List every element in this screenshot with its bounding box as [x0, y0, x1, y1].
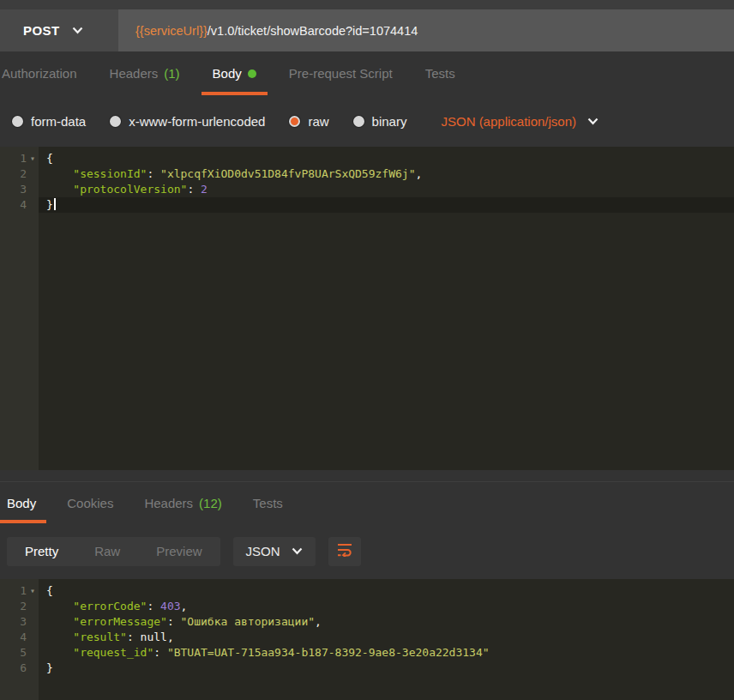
code-line[interactable]: "errorMessage": "Ошибка авторизации",	[39, 614, 734, 630]
token-punct: }	[46, 661, 53, 674]
tab-label: Pre-request Script	[289, 66, 393, 81]
response-view-toolbar: Pretty Raw Preview JSON	[0, 523, 734, 579]
format-label: JSON	[246, 544, 280, 558]
chevron-down-icon	[292, 547, 303, 555]
line-number: 4	[0, 630, 39, 645]
content-type-dropdown[interactable]: JSON (application/json)	[441, 114, 599, 129]
fold-caret-icon[interactable]: ▾	[27, 583, 39, 599]
request-url-input[interactable]: {{serviceUrl}}/v1.0/ticket/showBarcode?i…	[118, 9, 734, 51]
code-line[interactable]: {	[39, 151, 734, 166]
token-punct	[46, 167, 73, 180]
token-str: "BTUAT=UAT-715aa934-b187-8392-9ae8-3e20a…	[167, 646, 490, 659]
code-line[interactable]: {	[39, 583, 734, 599]
tab-count-badge: (12)	[199, 496, 222, 510]
code-line[interactable]: }	[39, 197, 734, 213]
radio-unselected-icon[interactable]	[12, 116, 23, 127]
tab-pre-request-script[interactable]: Pre-request Script	[273, 51, 409, 95]
request-body-editor[interactable]: 1▾234 { "sessionId": "xlpcqfXiOD0dv51D84…	[0, 147, 734, 470]
response-format-dropdown[interactable]: JSON	[233, 537, 316, 566]
url-path: /v1.0/ticket/showBarcode?id=1074414	[208, 24, 418, 38]
response-editor-code[interactable]: { "errorCode": 403, "errorMessage": "Оши…	[39, 579, 734, 700]
response-body-editor[interactable]: 1▾23456 { "errorCode": 403, "errorMessag…	[0, 579, 734, 700]
token-punct: ,	[181, 600, 188, 612]
code-line[interactable]: "errorCode": 403,	[39, 599, 734, 614]
request-url-bar: POST {{serviceUrl}}/v1.0/ticket/showBarc…	[0, 9, 734, 51]
tab-label: Tests	[253, 496, 283, 510]
token-punct: }	[46, 198, 53, 211]
tab-label: Headers	[144, 496, 193, 510]
code-line[interactable]: "protocolVersion": 2	[39, 182, 734, 197]
line-number: 2	[0, 166, 39, 182]
code-line[interactable]: "sessionId": "xlpcqfXiOD0dv51D84fvP8UArS…	[39, 166, 734, 182]
token-punct	[46, 615, 73, 628]
tab-label: Body	[213, 66, 242, 81]
token-punct: ,	[167, 631, 174, 643]
response-tab-headers[interactable]: Headers (12)	[129, 482, 237, 523]
token-key: "protocolVersion"	[73, 183, 187, 196]
text-cursor	[54, 198, 56, 210]
token-punct: :	[153, 646, 167, 659]
radio-unselected-icon[interactable]	[110, 116, 121, 127]
body-type-urlencoded[interactable]: x-www-form-urlencoded	[110, 114, 265, 129]
line-number-text: 2	[20, 166, 27, 182]
token-str: "xlpcqfXiOD0dv51D84fvP8UArSxQD59zfW6j"	[160, 167, 415, 180]
line-number: 6	[0, 661, 39, 676]
fold-caret-icon[interactable]: ▾	[27, 151, 39, 166]
code-line[interactable]: }	[39, 661, 734, 676]
tab-headers[interactable]: Headers (1)	[93, 51, 196, 95]
tab-tests[interactable]: Tests	[409, 51, 472, 95]
body-filled-dot-icon	[248, 69, 256, 78]
token-key: "result"	[73, 631, 127, 643]
line-number: 5	[0, 645, 39, 661]
token-str: "Ошибка авторизации"	[181, 615, 316, 628]
tab-body[interactable]: Body	[196, 51, 273, 95]
token-key: "errorCode"	[73, 600, 147, 612]
token-punct: :	[127, 631, 141, 643]
request-editor-gutter: 1▾234	[0, 147, 39, 470]
chevron-down-icon	[587, 118, 599, 125]
response-tab-cookies[interactable]: Cookies	[51, 482, 129, 523]
tab-label: Body	[7, 496, 36, 510]
http-method-dropdown[interactable]: POST	[0, 9, 118, 51]
token-punct	[46, 183, 73, 196]
line-number: 4	[0, 197, 39, 213]
body-type-binary[interactable]: binary	[353, 114, 407, 129]
radio-label: binary	[372, 114, 407, 129]
view-preview-button[interactable]: Preview	[138, 537, 220, 566]
line-number-text: 1	[20, 583, 27, 599]
url-variable: {{serviceUrl}}	[135, 24, 208, 38]
response-tab-tests[interactable]: Tests	[238, 482, 298, 523]
radio-unselected-icon[interactable]	[353, 116, 364, 127]
code-line[interactable]: "request_id": "BTUAT=UAT-715aa934-b187-8…	[39, 645, 734, 661]
wrap-text-button[interactable]	[328, 537, 361, 566]
view-raw-button[interactable]: Raw	[76, 537, 138, 566]
radio-label: raw	[308, 114, 328, 129]
tab-label: Tests	[425, 66, 455, 81]
line-number: 3	[0, 614, 39, 630]
tab-authorization[interactable]: Authorization	[0, 51, 93, 95]
token-num: 403	[160, 600, 180, 612]
token-num: 2	[201, 183, 208, 196]
line-number-text: 3	[20, 182, 27, 197]
body-type-raw[interactable]: raw	[289, 114, 328, 129]
code-line[interactable]: "result": null,	[39, 630, 734, 645]
token-key: "request_id"	[73, 646, 153, 659]
view-pretty-button[interactable]: Pretty	[7, 537, 76, 566]
tab-count-badge: (1)	[164, 66, 179, 81]
token-punct	[46, 631, 73, 643]
line-number: 2	[0, 599, 39, 614]
response-tab-bar: Body Cookies Headers (12) Tests	[0, 482, 734, 523]
line-number-text: 4	[20, 197, 27, 213]
pane-splitter[interactable]	[0, 470, 734, 482]
token-punct: {	[46, 584, 53, 597]
line-number-text: 5	[20, 645, 27, 661]
request-editor-code[interactable]: { "sessionId": "xlpcqfXiOD0dv51D84fvP8UA…	[39, 147, 734, 470]
response-tab-body[interactable]: Body	[0, 482, 51, 523]
line-number: 1▾	[0, 583, 39, 599]
line-number: 1▾	[0, 151, 39, 166]
body-type-selector-row: form-data x-www-form-urlencoded raw bina…	[0, 95, 734, 147]
radio-selected-icon[interactable]	[289, 116, 300, 127]
token-punct: ,	[315, 615, 322, 628]
token-kw: null	[141, 631, 167, 643]
body-type-form-data[interactable]: form-data	[12, 114, 86, 129]
